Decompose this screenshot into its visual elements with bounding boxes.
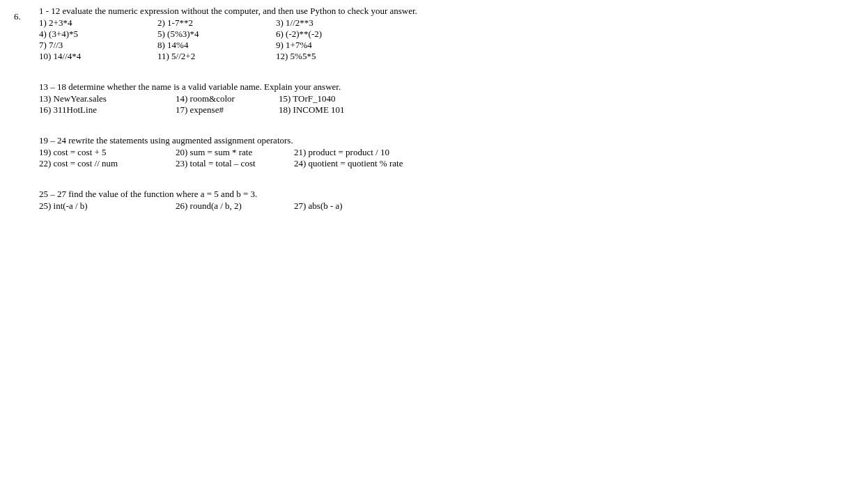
section-2-instruction: 13 – 18 determine whether the name is a … — [39, 81, 868, 93]
exercise-row: 13) NewYear.sales 14) room&color 15) TOr… — [39, 93, 868, 104]
section-2: 13 – 18 determine whether the name is a … — [39, 81, 868, 116]
exercise-item: 12) 5%5*5 — [276, 51, 394, 62]
exercise-row: 19) cost = cost + 5 20) sum = sum * rate… — [39, 147, 868, 158]
exercise-item: 6) (-2)**(-2) — [276, 29, 394, 40]
exercise-row: 1) 2+3*4 2) 1-7**2 3) 1//2**3 — [39, 17, 868, 29]
exercise-item: 16) 311HotLine — [39, 104, 176, 116]
exercise-row: 22) cost = cost // num 23) total = total… — [39, 158, 868, 169]
exercise-item: 17) expense# — [176, 104, 279, 116]
exercise-item: 10) 14//4*4 — [39, 51, 157, 62]
exercise-item: 3) 1//2**3 — [276, 17, 394, 29]
exercise-row: 4) (3+4)*5 5) (5%3)*4 6) (-2)**(-2) — [39, 29, 868, 40]
section-1-instruction: 1 - 12 evaluate the numeric expression w… — [39, 6, 868, 17]
exercise-item: 25) int(-a / b) — [39, 200, 176, 212]
exercise-item: 24) quotient = quotient % rate — [294, 158, 412, 169]
exercise-item: 9) 1+7%4 — [276, 40, 394, 51]
exercise-row: 16) 311HotLine 17) expense# 18) INCOME 1… — [39, 104, 868, 116]
exercise-item: 23) total = total – cost — [176, 158, 294, 169]
content-area: 1 - 12 evaluate the numeric expression w… — [39, 6, 868, 212]
exercise-item: 14) room&color — [176, 93, 279, 104]
exercise-item: 20) sum = sum * rate — [176, 147, 294, 158]
exercise-item: 27) abs(b - a) — [294, 200, 412, 212]
exercise-item: 7) 7//3 — [39, 40, 157, 51]
exercise-item: 4) (3+4)*5 — [39, 29, 157, 40]
exercise-item: 18) INCOME 101 — [279, 104, 397, 116]
exercise-row: 25) int(-a / b) 26) round(a / b, 2) 27) … — [39, 200, 868, 212]
section-3: 19 – 24 rewrite the statements using aug… — [39, 135, 868, 169]
exercise-item: 26) round(a / b, 2) — [176, 200, 294, 212]
exercise-item: 1) 2+3*4 — [39, 17, 157, 29]
exercise-row: 7) 7//3 8) 14%4 9) 1+7%4 — [39, 40, 868, 51]
exercise-item: 15) TOrF_1040 — [279, 93, 397, 104]
exercise-item: 5) (5%3)*4 — [157, 29, 276, 40]
document-page: 6. 1 - 12 evaluate the numeric expressio… — [0, 6, 868, 212]
exercise-item: 19) cost = cost + 5 — [39, 147, 176, 158]
section-3-instruction: 19 – 24 rewrite the statements using aug… — [39, 135, 868, 146]
exercise-item: 8) 14%4 — [157, 40, 276, 51]
section-4: 25 – 27 find the value of the function w… — [39, 189, 868, 212]
exercise-item: 13) NewYear.sales — [39, 93, 176, 104]
section-4-instruction: 25 – 27 find the value of the function w… — [39, 189, 868, 200]
exercise-item: 2) 1-7**2 — [157, 17, 276, 29]
section-1: 1 - 12 evaluate the numeric expression w… — [39, 6, 868, 62]
page-number: 6. — [14, 11, 21, 22]
exercise-item: 21) product = product / 10 — [294, 147, 412, 158]
exercise-item: 11) 5//2+2 — [157, 51, 276, 62]
exercise-item: 22) cost = cost // num — [39, 158, 176, 169]
exercise-row: 10) 14//4*4 11) 5//2+2 12) 5%5*5 — [39, 51, 868, 62]
